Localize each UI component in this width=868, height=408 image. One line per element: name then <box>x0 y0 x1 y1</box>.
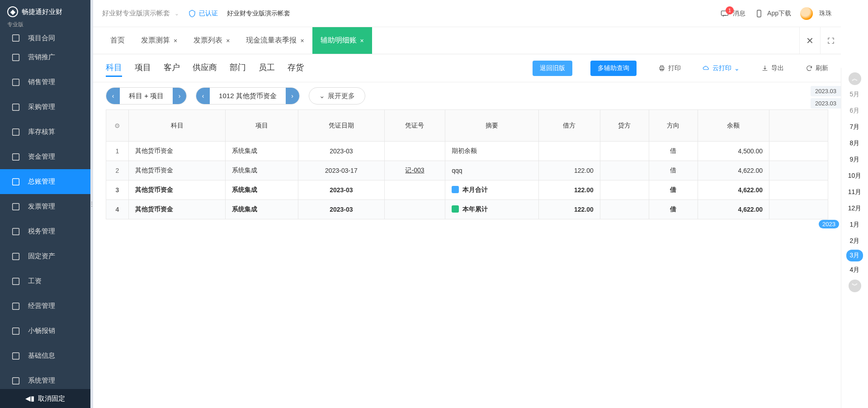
month-12月[interactable]: 12月 <box>845 201 864 216</box>
pill-label[interactable]: 1012 其他货币资金 <box>210 92 286 100</box>
subtab-项目[interactable]: 项目 <box>135 59 151 77</box>
subtab-员工[interactable]: 员工 <box>259 59 275 77</box>
subtab-客户[interactable]: 客户 <box>164 59 180 77</box>
month-10月[interactable]: 10月 <box>845 168 864 184</box>
account-selector-label: 好业财专业版演示帐套 <box>102 9 170 18</box>
sidebar-item-pay[interactable]: 工资 <box>0 269 90 294</box>
svg-rect-12 <box>13 327 19 334</box>
tab-辅助明细账[interactable]: 辅助明细账× <box>312 27 372 54</box>
svg-rect-2 <box>13 79 19 85</box>
close-icon[interactable]: × <box>174 37 177 44</box>
cell-debit <box>538 142 600 161</box>
fullscreen-button[interactable] <box>820 27 841 54</box>
cell-date: 2023-03 <box>298 142 385 161</box>
nav-label: 系统管理 <box>28 376 55 385</box>
sidebar-item-proj[interactable]: 项目合同 <box>0 31 90 45</box>
sidebar-item-sale[interactable]: 销售管理 <box>0 70 90 95</box>
back-old-button[interactable]: 退回旧版 <box>533 61 572 76</box>
pill-prev-button[interactable]: ‹ <box>106 88 120 104</box>
cell-summary: qqq <box>445 161 538 180</box>
subtab-部门[interactable]: 部门 <box>230 59 246 77</box>
export-button[interactable]: 导出 <box>761 64 784 72</box>
account-selector[interactable]: 好业财专业版演示帐套 ⌄ <box>102 9 179 18</box>
date-to-chip[interactable]: 2023.03 <box>811 98 841 109</box>
month-scroll-up[interactable]: ︽ <box>849 72 861 85</box>
svg-rect-16 <box>757 10 761 17</box>
close-tab-button[interactable]: ✕ <box>799 27 820 54</box>
unpin-label: 取消固定 <box>38 394 65 403</box>
messages-button[interactable]: 1 消息 <box>720 9 745 18</box>
logo-icon: ◆ <box>7 6 18 17</box>
pill-next-button[interactable]: › <box>173 88 186 104</box>
nav-list: 项目合同营销推广销售管理采购管理库存核算资金管理总账管理发票管理税务管理固定资产… <box>0 31 90 389</box>
pill-prev-button[interactable]: ‹ <box>196 88 210 104</box>
cell-date: 2023-03 <box>298 180 385 200</box>
cell-subject: 其他货币资金 <box>129 161 226 180</box>
month-scroll-down[interactable]: ︾ <box>849 280 861 292</box>
cell-index: 3 <box>106 180 129 200</box>
pill-label[interactable]: 科目 + 项目 <box>120 92 173 100</box>
close-icon[interactable]: × <box>360 37 364 44</box>
unpin-button[interactable]: ◀▮ 取消固定 <box>0 389 90 408</box>
cell-subject: 其他货币资金 <box>129 200 226 219</box>
sidebar-item-purch[interactable]: 采购管理 <box>0 95 90 119</box>
sidebar-item-gl[interactable]: 总账管理 <box>0 169 90 194</box>
nav-label: 采购管理 <box>28 103 55 111</box>
cloud-print-label: 云打印 <box>712 64 731 72</box>
col-header: 方向 <box>649 110 698 142</box>
svg-rect-13 <box>13 352 19 359</box>
sidebar-item-inv2[interactable]: 发票管理 <box>0 194 90 219</box>
sidebar-item-sys[interactable]: 系统管理 <box>0 368 90 389</box>
sidebar-item-fa[interactable]: 固定资产 <box>0 244 90 269</box>
month-2月[interactable]: 2月 <box>847 233 863 249</box>
tab-首页[interactable]: 首页 <box>102 27 133 54</box>
tab-发票测算[interactable]: 发票测算× <box>133 27 185 54</box>
close-icon[interactable]: × <box>226 37 230 44</box>
download-button[interactable]: App下载 <box>755 9 791 18</box>
cell-credit <box>600 180 649 200</box>
month-8月[interactable]: 8月 <box>847 136 863 151</box>
expand-filters-button[interactable]: ⌄ 展开更多 <box>309 87 365 104</box>
sidebar-item-rep[interactable]: 小畅报销 <box>0 318 90 343</box>
subtab-存货[interactable]: 存货 <box>288 59 304 77</box>
tab-发票列表[interactable]: 发票列表× <box>185 27 238 54</box>
month-7月[interactable]: 7月 <box>847 119 863 135</box>
gear-icon[interactable]: ⚙ <box>114 122 120 129</box>
voucher-link[interactable]: 记-003 <box>405 166 424 174</box>
print-button[interactable]: 打印 <box>658 64 681 72</box>
sidebar-item-tax[interactable]: 税务管理 <box>0 219 90 244</box>
cell-project: 系统集成 <box>226 180 298 200</box>
user-menu[interactable]: 珠珠 <box>800 7 832 20</box>
tab-现金流量表季报[interactable]: 现金流量表季报× <box>238 27 312 54</box>
sidebar-item-fund[interactable]: 资金管理 <box>0 144 90 169</box>
month-9月[interactable]: 9月 <box>847 152 863 167</box>
print-icon <box>658 65 665 72</box>
multi-query-button[interactable]: 多辅助查询 <box>590 61 637 76</box>
month-5月[interactable]: 5月 <box>847 87 863 102</box>
col-header: 凭证日期 <box>298 110 385 142</box>
sidebar-item-mkt[interactable]: 营销推广 <box>0 45 90 70</box>
month-rail: ︽ 5月6月7月8月9月10月11月12月1月2月3月4月 ︾ 2023 <box>841 68 868 408</box>
month-1月[interactable]: 1月 <box>847 217 863 232</box>
sidebar-item-base[interactable]: 基础信息 <box>0 343 90 368</box>
cell-project: 系统集成 <box>226 161 298 180</box>
refresh-button[interactable]: 刷新 <box>806 64 828 72</box>
date-from-chip[interactable]: 2023.03 <box>811 86 841 96</box>
month-11月[interactable]: 11月 <box>845 185 864 200</box>
subtab-供应商[interactable]: 供应商 <box>193 59 217 77</box>
table-row: 1其他货币资金系统集成2023-03期初余额借4,500.00 <box>106 142 828 161</box>
month-4月[interactable]: 4月 <box>847 262 863 278</box>
sidebar-item-biz[interactable]: 经营管理 <box>0 294 90 318</box>
cell-balance: 4,500.00 <box>698 142 769 161</box>
close-icon[interactable]: × <box>300 37 304 44</box>
subtab-科目[interactable]: 科目 <box>106 59 122 77</box>
month-3月[interactable]: 3月 <box>846 250 863 261</box>
cloud-print-button[interactable]: 云打印 ⌄ <box>703 64 740 72</box>
pill-next-button[interactable]: › <box>286 88 299 104</box>
ledger-table: ⚙科目项目凭证日期凭证号摘要借方贷方方向余额 1其他货币资金系统集成2023-0… <box>106 109 828 219</box>
cell-dir: 借 <box>649 142 698 161</box>
cell-date: 2023-03 <box>298 200 385 219</box>
cell-credit <box>600 200 649 219</box>
month-6月[interactable]: 6月 <box>847 103 863 119</box>
sidebar-item-inv[interactable]: 库存核算 <box>0 119 90 144</box>
